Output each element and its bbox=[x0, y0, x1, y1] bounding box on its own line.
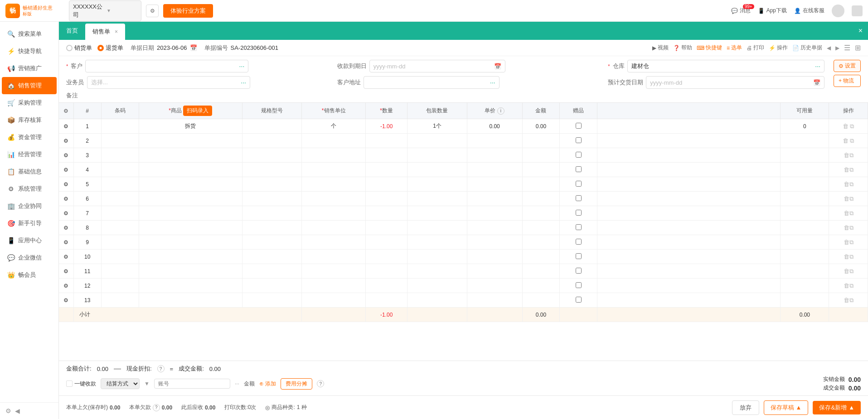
add-payment-button[interactable]: ⊕ 添加 bbox=[259, 380, 276, 388]
company-settings-button[interactable]: ⚙ bbox=[146, 5, 159, 17]
row-pack-qty-2[interactable] bbox=[407, 134, 467, 148]
delete-icon[interactable]: 🗑 bbox=[844, 210, 849, 217]
save-new-button[interactable]: 保存&新增 ▲ bbox=[813, 401, 861, 414]
sidebar-item-system[interactable]: ⚙ 系统管理 bbox=[2, 180, 57, 197]
radio-sales-order[interactable]: 销货单 bbox=[66, 44, 92, 52]
row-settings-2[interactable]: ⚙ bbox=[59, 134, 73, 148]
order-date-value[interactable]: 2023-06-06 bbox=[157, 44, 187, 51]
copy-row-2-icon[interactable]: ⧉ bbox=[850, 137, 854, 144]
row-quantity-2[interactable] bbox=[366, 134, 407, 148]
shortcut-link[interactable]: ⌨ 快捷键 bbox=[697, 44, 722, 52]
expected-delivery-input[interactable]: yyyy-mm-dd 📅 bbox=[646, 76, 824, 89]
fee-split-button[interactable]: 费用分摊 bbox=[281, 378, 312, 390]
sidebar-item-basic[interactable]: 📋 基础信息 bbox=[2, 163, 57, 180]
delete-row-1-icon[interactable]: 🗑 bbox=[843, 123, 849, 130]
nav-prev-icon[interactable]: ◀ bbox=[827, 45, 831, 51]
sidebar-item-wechat[interactable]: 💬 企业微信 bbox=[2, 249, 57, 266]
sidebar-item-sales[interactable]: 🏠 销售管理 bbox=[2, 77, 57, 94]
sidebar-collapse-icon[interactable]: ◀ bbox=[15, 407, 20, 414]
copy-icon[interactable]: ⧉ bbox=[849, 224, 853, 231]
video-link[interactable]: ▶ 视频 bbox=[652, 44, 669, 52]
scan-button[interactable]: 扫码录入 bbox=[183, 106, 212, 116]
row-unit-2[interactable] bbox=[302, 134, 366, 148]
grid-view-icon[interactable]: ⊞ bbox=[855, 43, 861, 52]
row-settings-1[interactable]: ⚙ bbox=[59, 119, 73, 134]
select-link[interactable]: ≡ 选单 bbox=[727, 44, 742, 52]
online-service-button[interactable]: 👤 在线客服 bbox=[794, 7, 824, 14]
delete-icon[interactable]: 🗑 bbox=[844, 268, 849, 275]
delete-icon[interactable]: 🗑 bbox=[844, 152, 849, 159]
row-barcode-2[interactable] bbox=[101, 134, 139, 148]
customer-address-input[interactable]: ··· bbox=[364, 76, 499, 89]
copy-icon[interactable]: ⧉ bbox=[849, 282, 853, 289]
copy-icon[interactable]: ⧉ bbox=[849, 166, 853, 173]
row-product-2[interactable] bbox=[139, 134, 242, 148]
delete-icon[interactable]: 🗑 bbox=[844, 224, 849, 231]
row-barcode-1[interactable] bbox=[101, 119, 139, 134]
row-spec-2[interactable] bbox=[242, 134, 301, 148]
th-settings[interactable]: ⚙ bbox=[59, 103, 73, 119]
row-pack-qty-1[interactable]: 1个 bbox=[407, 119, 467, 134]
table-scroll-container[interactable]: ⚙ # 条码 *商品 扫码录入 规格型号 *销售单位 *数量 bbox=[59, 103, 868, 361]
account-input[interactable] bbox=[154, 379, 230, 389]
salesperson-input[interactable]: 选择... ··· bbox=[87, 76, 250, 89]
copy-row-1-icon[interactable]: ⧉ bbox=[850, 123, 854, 130]
tab-close-icon[interactable]: × bbox=[115, 29, 118, 35]
delete-icon[interactable]: 🗑 bbox=[844, 297, 849, 303]
row-gift-1[interactable] bbox=[560, 119, 597, 134]
sidebar-item-inventory[interactable]: 📦 库存核算 bbox=[2, 111, 57, 129]
date-calendar-icon[interactable]: 📅 bbox=[190, 44, 197, 51]
sidebar-item-purchase[interactable]: 🛒 采购管理 bbox=[2, 94, 57, 111]
list-view-icon[interactable]: ☰ bbox=[844, 43, 850, 52]
sidebar-item-quick-nav[interactable]: ⚡ 快捷导航 bbox=[2, 43, 57, 60]
operate-link[interactable]: ⚡ 操作 bbox=[769, 44, 788, 52]
delete-icon[interactable]: 🗑 bbox=[844, 166, 849, 173]
tab-bar-close-button[interactable]: × bbox=[853, 27, 868, 35]
radio-return-order[interactable]: 退货单 bbox=[97, 44, 123, 52]
copy-icon[interactable]: ⧉ bbox=[849, 297, 853, 303]
row-gift-2[interactable] bbox=[560, 134, 597, 148]
one-click-payment-checkbox[interactable]: 一键收款 bbox=[66, 380, 96, 388]
row-quantity-1[interactable]: -1.00 bbox=[366, 119, 407, 134]
sidebar-item-enterprise[interactable]: 🏢 企业协同 bbox=[2, 197, 57, 215]
nav-next-icon[interactable]: ▶ bbox=[835, 45, 839, 51]
sidebar-item-search[interactable]: 🔍 搜索菜单 bbox=[2, 25, 57, 43]
row-unit-price-1[interactable]: 0.00 bbox=[467, 119, 522, 134]
row-spec-1[interactable] bbox=[242, 119, 301, 134]
delete-icon[interactable]: 🗑 bbox=[844, 195, 849, 202]
history-link[interactable]: 📄 历史单据 bbox=[792, 44, 822, 52]
copy-icon[interactable]: ⧉ bbox=[849, 268, 853, 275]
sidebar-item-guide[interactable]: 🎯 新手引导 bbox=[2, 215, 57, 232]
trial-button[interactable]: 体验行业方案 bbox=[163, 4, 213, 18]
user-avatar[interactable] bbox=[832, 5, 844, 17]
row-product-1[interactable]: 拆货 bbox=[139, 119, 242, 134]
copy-icon[interactable]: ⧉ bbox=[849, 195, 853, 202]
customer-input[interactable]: ··· bbox=[85, 60, 248, 72]
save-draft-button[interactable]: 保存草稿 ▲ bbox=[764, 400, 809, 415]
delete-icon[interactable]: 🗑 bbox=[844, 181, 849, 188]
row-unit-1[interactable]: 个 bbox=[302, 119, 366, 134]
user-menu-button[interactable] bbox=[852, 5, 863, 16]
copy-icon[interactable]: ⧉ bbox=[849, 152, 853, 159]
copy-icon[interactable]: ⧉ bbox=[849, 181, 853, 188]
company-selector[interactable]: XXXXXX公司 ▼ bbox=[69, 0, 141, 21]
billing-method-select[interactable]: 结算方式 bbox=[101, 378, 140, 389]
settings-button[interactable]: ⚙ 设置 bbox=[834, 60, 861, 72]
delete-icon[interactable]: 🗑 bbox=[844, 253, 849, 260]
message-button[interactable]: 💬 消息 99+ bbox=[731, 7, 751, 14]
sidebar-item-member[interactable]: 👑 畅会员 bbox=[2, 266, 57, 284]
warehouse-input[interactable]: 建材仓 ··· bbox=[627, 60, 824, 72]
discard-button[interactable]: 放弃 bbox=[732, 400, 759, 415]
unit-price-info-icon[interactable]: i bbox=[497, 107, 504, 115]
sidebar-item-marketing[interactable]: 📢 营销推广 bbox=[2, 60, 57, 77]
cash-discount-help-icon[interactable]: ? bbox=[157, 365, 165, 372]
delete-icon[interactable]: 🗑 bbox=[844, 282, 849, 289]
row-unit-price-2[interactable] bbox=[467, 134, 522, 148]
payment-date-input[interactable]: yyyy-mm-dd 📅 bbox=[369, 60, 505, 72]
row-amount-1[interactable]: 0.00 bbox=[522, 119, 560, 134]
copy-icon[interactable]: ⧉ bbox=[849, 210, 853, 217]
sidebar-item-finance[interactable]: 💰 资金管理 bbox=[2, 129, 57, 146]
logistics-button[interactable]: + 物流 bbox=[834, 75, 861, 87]
copy-icon[interactable]: ⧉ bbox=[849, 239, 853, 246]
sidebar-settings-icon[interactable]: ⚙ bbox=[5, 407, 11, 414]
